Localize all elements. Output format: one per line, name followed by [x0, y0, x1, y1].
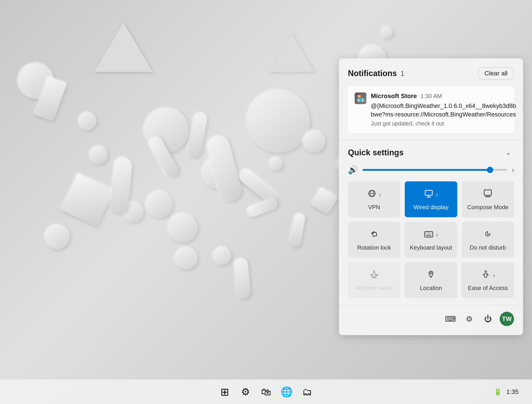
qs-tile-wired-display[interactable]: ›Wired display [405, 181, 457, 217]
qs-label-compose-mode: Compose Mode [467, 204, 509, 211]
qs-tile-inner-wired-display: › [424, 189, 438, 201]
clear-all-button[interactable]: Clear all [478, 67, 514, 79]
qs-label-keyboard-layout: Keyboard layout [410, 244, 452, 251]
action-center-panel: Notifications 1 Clear all 🏪 Microsoft St… [339, 58, 523, 335]
qs-tile-inner-compose-mode [483, 189, 493, 201]
qs-tile-inner-airplane-mode [369, 269, 379, 281]
qs-tile-rotation-lock[interactable]: Rotation lock [348, 222, 400, 258]
volume-icon: 🔊 [348, 165, 358, 175]
notification-content: Microsoft Store 1:30 AM @{Microsoft.Bing… [371, 93, 516, 127]
qs-icon-do-not-disturb [483, 229, 493, 241]
user-avatar-button[interactable]: TW [500, 312, 514, 326]
volume-row: 🔊 › [348, 165, 514, 175]
qs-tile-ease-of-access[interactable]: ›Ease of Access [462, 262, 514, 298]
qs-label-wired-display: Wired display [413, 204, 449, 211]
start-button[interactable]: ⊞ [217, 384, 233, 400]
panel-bottom-row: ⌨ ⚙ ⏻ TW [348, 312, 514, 326]
keyboard-button[interactable]: ⌨ [443, 312, 457, 326]
notification-app-name: Microsoft Store [371, 93, 417, 100]
notification-time: 1:30 AM [420, 93, 442, 100]
qs-icon-keyboard-layout: A [424, 229, 434, 241]
volume-expand-arrow[interactable]: › [512, 166, 514, 174]
qs-icon-airplane-mode [369, 269, 379, 281]
qs-icon-location [426, 269, 436, 281]
qs-icon-rotation-lock [369, 229, 379, 241]
qs-tile-keyboard-layout[interactable]: A›Keyboard layout [405, 222, 457, 258]
qs-tile-inner-vpn: › [367, 189, 381, 201]
notification-sub: Just got updated, check it out. [371, 120, 516, 127]
settings-taskbar-icon[interactable]: ⚙ [237, 384, 253, 400]
qs-arrow-keyboard-layout: › [436, 231, 438, 239]
qs-label-vpn: VPN [368, 204, 380, 211]
qs-label-ease-of-access: Ease of Access [468, 284, 508, 291]
battery-icon: 🔋 [494, 388, 502, 396]
qs-tile-inner-do-not-disturb [483, 229, 493, 241]
qs-tile-location[interactable]: Location [405, 262, 457, 298]
taskbar-center-icons: ⊞ ⚙ 🛍 🌐 🗂 [217, 384, 315, 400]
qs-tile-inner-ease-of-access: › [481, 269, 495, 281]
section-divider-2 [339, 305, 523, 305]
svg-rect-7 [485, 196, 490, 197]
power-button[interactable]: ⏻ [481, 312, 495, 326]
qs-arrow-ease-of-access: › [493, 272, 495, 279]
qs-tile-inner-location [426, 269, 436, 281]
taskbar: ⊞ ⚙ 🛍 🌐 🗂 🔋 1:35 [0, 379, 532, 404]
qs-label-location: Location [420, 284, 442, 291]
qs-tile-inner-rotation-lock [369, 229, 379, 241]
store-taskbar-icon[interactable]: 🛍 [258, 384, 274, 400]
edge-taskbar-icon[interactable]: 🌐 [279, 384, 295, 400]
explorer-taskbar-icon[interactable]: 🗂 [299, 384, 315, 400]
svg-point-16 [430, 272, 432, 274]
qs-icon-wired-display [424, 189, 434, 201]
qs-label-do-not-disturb: Do not disturb [470, 244, 506, 251]
quick-settings-header: Quick settings ⌄ [348, 147, 514, 158]
volume-fill [362, 169, 490, 171]
notifications-count: 1 [400, 69, 405, 78]
settings-button[interactable]: ⚙ [462, 312, 476, 326]
qs-icon-vpn [367, 189, 377, 201]
notifications-title-area: Notifications 1 [348, 69, 405, 78]
qs-arrow-vpn: › [379, 191, 381, 198]
system-tray: 🔋 [494, 388, 502, 396]
qs-tile-vpn[interactable]: ›VPN [348, 181, 400, 217]
quick-settings-grid: ›VPN›Wired displayCompose ModeRotation l… [348, 181, 514, 298]
notification-app-row: Microsoft Store 1:30 AM [371, 93, 516, 100]
qs-label-airplane-mode: Airplane mode [355, 284, 393, 291]
qs-tile-do-not-disturb[interactable]: Do not disturb [462, 222, 514, 258]
taskbar-clock[interactable]: 1:35 [507, 388, 519, 396]
svg-text:A: A [428, 231, 430, 233]
volume-thumb [487, 167, 493, 173]
qs-label-rotation-lock: Rotation lock [357, 244, 391, 251]
app-icon: 🏪 [355, 93, 366, 104]
svg-rect-3 [425, 190, 432, 195]
taskbar-right-area: 🔋 1:35 [494, 388, 519, 396]
notifications-title: Notifications [348, 69, 397, 78]
notification-body: @{Microsoft.BingWeather_1.0.6.0_x64__8we… [371, 102, 516, 119]
qs-arrow-wired-display: › [436, 191, 438, 198]
svg-point-17 [485, 271, 487, 272]
collapse-button[interactable]: ⌄ [502, 147, 514, 158]
qs-tile-airplane-mode[interactable]: Airplane mode [348, 262, 400, 298]
notification-card[interactable]: 🏪 Microsoft Store 1:30 AM @{Microsoft.Bi… [348, 86, 514, 133]
qs-tile-inner-keyboard-layout: A› [424, 229, 438, 241]
section-divider [339, 140, 523, 140]
quick-settings-title: Quick settings [348, 148, 404, 157]
svg-rect-6 [484, 190, 491, 195]
qs-icon-compose-mode [483, 189, 493, 201]
qs-icon-ease-of-access [481, 269, 491, 281]
volume-slider[interactable] [362, 169, 507, 171]
qs-tile-compose-mode[interactable]: Compose Mode [462, 181, 514, 217]
svg-rect-8 [372, 232, 377, 237]
notifications-header: Notifications 1 Clear all [348, 67, 514, 79]
